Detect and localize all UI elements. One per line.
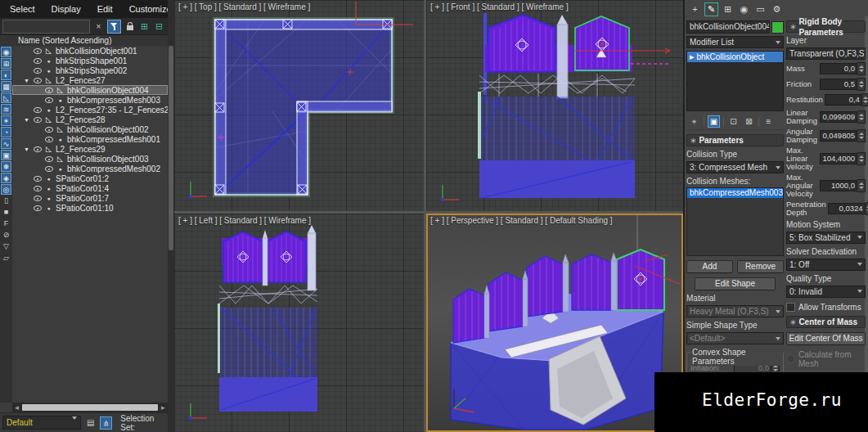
parameters-rollout-header[interactable]: ∗ Parameters	[686, 134, 784, 146]
modifier-stack-item[interactable]: ▶ bhkCollisionObject	[687, 52, 783, 62]
visibility-eye-icon[interactable]	[34, 145, 42, 153]
filter-particles-icon[interactable]: ◔	[1, 127, 11, 137]
modifier-stack[interactable]: ▶ bhkCollisionObject	[686, 51, 784, 111]
tree-item-selected[interactable]: ◺bhkCollisionObject004	[12, 85, 168, 95]
menu-customize[interactable]: Customize	[129, 4, 172, 14]
penetration-depth-field[interactable]: 0,0324	[828, 203, 866, 214]
tree-item[interactable]: ●bhkStripsShape002	[12, 65, 168, 75]
mass-field[interactable]: 0,0	[820, 63, 857, 74]
linear-damping-field[interactable]: 0,099609	[820, 111, 857, 123]
motion-system-dropdown[interactable]: 5: Box Stabilized	[786, 232, 866, 244]
filter-shapes-icon[interactable]: ⊞	[1, 58, 11, 69]
spinner-arrows-icon[interactable]	[857, 78, 866, 91]
visibility-eye-icon[interactable]	[34, 47, 42, 55]
tree-item[interactable]: ●SPatioCor01:4	[12, 183, 168, 193]
viewport-label[interactable]: [ + ] [ Top ] [ Standard ] [ Wireframe ]	[178, 2, 310, 11]
menu-select[interactable]: Select	[10, 4, 35, 14]
visibility-eye-icon[interactable]	[34, 194, 42, 202]
tree-item[interactable]: ◺bhkCollisionObject001	[12, 46, 168, 56]
tree-item[interactable]: ▼◺L2_Fences27	[12, 75, 168, 85]
max-linear-velocity-field[interactable]: 104,4000	[820, 153, 857, 164]
visibility-eye-icon[interactable]	[45, 125, 53, 133]
sort-hierarchy-icon[interactable]: ⋔	[100, 416, 112, 430]
filter-hidden-icon[interactable]: ◎	[1, 184, 11, 195]
filter-containers-icon[interactable]: ■	[1, 207, 11, 218]
collapse-all-icon[interactable]: ⊟	[153, 20, 165, 33]
restitution-field[interactable]: 0,4	[825, 94, 862, 106]
name-column-header[interactable]: Name (Sorted Ascending)	[0, 35, 168, 47]
stack-expander-icon[interactable]: ▶	[690, 52, 694, 62]
quality-type-dropdown[interactable]: 0: Invalid	[786, 286, 866, 298]
search-input[interactable]	[2, 20, 90, 34]
visibility-eye-icon[interactable]	[45, 164, 53, 173]
clear-search-icon[interactable]: ×	[92, 20, 105, 33]
filter-disabled-icon[interactable]: ⊘	[1, 230, 11, 241]
filter-frozen-objects-icon[interactable]: F	[1, 218, 11, 229]
object-name-field[interactable]: bhkCollisionObject004	[686, 20, 770, 34]
tree-item[interactable]: ◺bhkCollisionObject003	[12, 154, 168, 164]
spinner-arrows-icon[interactable]	[857, 152, 866, 165]
edit-center-of-mass-button[interactable]: Edit Center Of Mass	[786, 332, 866, 345]
visibility-eye-icon[interactable]	[34, 66, 42, 74]
configure-sets-icon[interactable]: ≡	[762, 115, 775, 128]
spinner-arrows-icon[interactable]	[857, 62, 866, 75]
visibility-eye-icon[interactable]	[34, 76, 42, 84]
filter-xrefs-icon[interactable]: ∿	[1, 138, 11, 149]
expander-icon[interactable]: ▼	[24, 146, 34, 152]
display-tab-icon[interactable]: ▭	[753, 2, 767, 16]
viewport-front[interactable]: [ + ] [ Front ] [ Standard ] [ Wireframe…	[426, 0, 683, 211]
tree-item[interactable]: ●bhkCompressedMesh001	[12, 134, 168, 144]
motion-tab-icon[interactable]: ◉	[737, 2, 751, 16]
spinner-arrows-icon[interactable]	[857, 129, 866, 142]
filter-cameras-icon[interactable]: ▦	[1, 81, 11, 92]
rigid-body-rollout-header[interactable]: ∗ Rigid Body Parameters	[786, 20, 866, 33]
tree-item[interactable]: ●SPatioCor01:10	[12, 203, 168, 213]
add-button[interactable]: Add	[686, 260, 733, 273]
filter-frozen-icon[interactable]: ❅	[1, 161, 11, 172]
pin-stack-icon[interactable]: ⌖	[688, 115, 700, 128]
filter-container2-icon[interactable]: ▱	[1, 253, 11, 263]
filter-groups-icon[interactable]: ▣	[1, 150, 11, 160]
visibility-eye-icon[interactable]	[34, 184, 42, 192]
max-angular-velocity-field[interactable]: 1000,0	[820, 180, 857, 191]
collision-meshes-list[interactable]: bhkCompressedMesh003	[686, 187, 784, 256]
make-unique-icon[interactable]: ⊡	[727, 115, 740, 128]
filter-bones-icon[interactable]: ✶	[1, 115, 11, 126]
remove-button[interactable]: Remove	[737, 260, 784, 273]
scroll-left-arrow-icon[interactable]: ◄	[12, 404, 21, 412]
visibility-eye-icon[interactable]	[45, 155, 53, 163]
viewport-perspective[interactable]: [ + ] [ Perspective ] [ Standard ] [ Def…	[426, 214, 683, 432]
show-end-result-icon[interactable]: ▣	[708, 115, 720, 128]
tree-item[interactable]: ●SPatioCor01:2	[12, 173, 168, 183]
collision-type-dropdown[interactable]: 3: Compressed Mesh	[686, 161, 784, 173]
tree-item[interactable]: ●L2_Fences27:35 - L2_Fences29:35 - L2_Fe…	[12, 105, 168, 115]
object-color-swatch[interactable]	[771, 21, 784, 34]
viewport-top[interactable]: [ + ] [ Top ] [ Standard ] [ Wireframe ]	[174, 0, 424, 211]
tree-item[interactable]: ●bhkCompressedMesh002	[12, 164, 168, 173]
edit-shape-button[interactable]: Edit Shape	[695, 277, 776, 290]
filter-funnel2-icon[interactable]: ▽	[1, 241, 11, 252]
filter-spacewarps-icon[interactable]: ≋	[1, 104, 11, 115]
visibility-eye-icon[interactable]	[34, 174, 42, 182]
tree-item[interactable]: ●bhkCompressedMesh003	[12, 95, 168, 105]
filter-geometry-icon[interactable]: ◉	[1, 47, 11, 57]
explorer-vertical-scrollbar[interactable]	[168, 0, 174, 432]
scrollbar-thumb[interactable]	[22, 404, 158, 411]
create-tab-icon[interactable]: +	[688, 2, 702, 16]
scroll-right-arrow-icon[interactable]: ►	[159, 404, 168, 412]
filter-materials-icon[interactable]: ◈	[1, 173, 11, 183]
solver-deactivation-dropdown[interactable]: 1: Off	[786, 259, 866, 271]
visibility-eye-icon[interactable]	[45, 86, 53, 94]
viewport-label[interactable]: [ + ] [ Left ] [ Standard ] [ Wireframe …	[178, 216, 311, 225]
tree-item[interactable]: ▼◺L2_Fences29	[12, 144, 168, 154]
explorer-horizontal-scrollbar[interactable]: ◄ ►	[12, 403, 168, 412]
expander-icon[interactable]: ▼	[24, 117, 34, 123]
tree-item[interactable]: ◺bhkCollisionObject002	[12, 124, 168, 134]
tree-item[interactable]: ▼◺L2_Fences28	[12, 115, 168, 124]
viewport-label[interactable]: [ + ] [ Front ] [ Standard ] [ Wireframe…	[430, 2, 569, 11]
layer-dropdown[interactable]: Transparent (O,F3,S)	[786, 47, 866, 60]
visibility-eye-icon[interactable]	[45, 96, 53, 104]
visibility-eye-icon[interactable]	[34, 56, 42, 65]
filter-helpers-icon[interactable]: ◺	[1, 92, 11, 103]
filter-bone-objects-icon[interactable]: ▯	[1, 196, 11, 206]
